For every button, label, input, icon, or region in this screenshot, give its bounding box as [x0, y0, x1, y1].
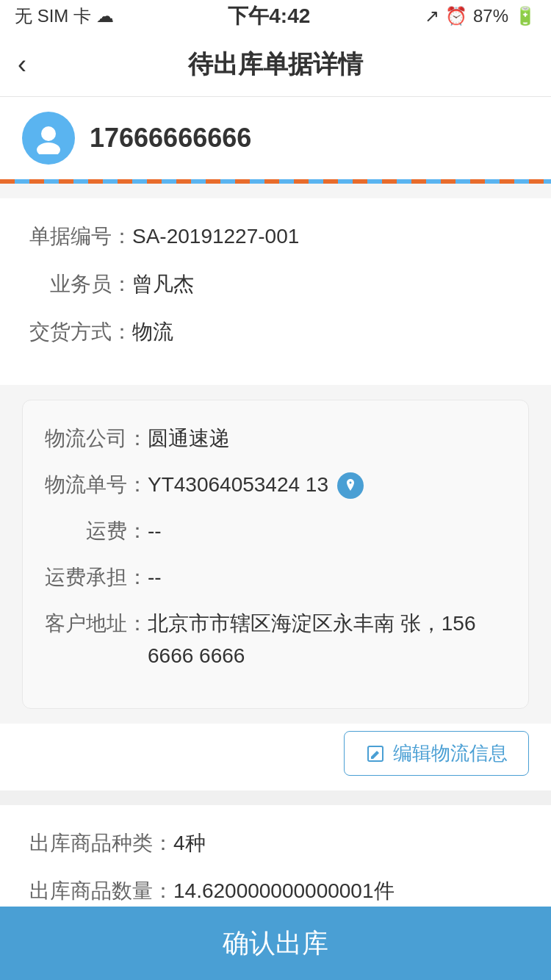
- goods-type-value: 4种: [173, 827, 522, 860]
- logistics-tracking-label: 物流单号：: [45, 469, 148, 502]
- goods-type-label: 出库商品种类：: [29, 827, 173, 860]
- confirm-button[interactable]: 确认出库: [0, 907, 551, 980]
- goods-count-value: 14.620000000000001件: [173, 875, 522, 908]
- goods-count-row: 出库商品数量： 14.620000000000001件: [29, 875, 522, 908]
- battery-level: 87%: [473, 6, 508, 26]
- back-button[interactable]: ‹: [18, 49, 26, 80]
- status-left: 无 SIM 卡 ☁: [15, 4, 114, 28]
- address-label: 客户地址：: [45, 608, 148, 641]
- order-info-section: 单据编号： SA-20191227-001 业务员： 曾凡杰 交货方式： 物流: [0, 198, 551, 385]
- svg-point-1: [37, 143, 60, 154]
- logistics-company-label: 物流公司：: [45, 422, 148, 455]
- status-bar: 无 SIM 卡 ☁ 下午4:42 ↗ ⏰ 87% 🔋: [0, 0, 551, 32]
- edit-icon: [365, 743, 386, 764]
- edit-logistics-button[interactable]: 编辑物流信息: [344, 731, 529, 776]
- status-time: 下午4:42: [228, 2, 310, 30]
- goods-type-row: 出库商品种类： 4种: [29, 827, 522, 860]
- logistics-company-value: 圆通速递: [148, 422, 506, 455]
- nav-bar: ‹ 待出库单据详情: [0, 32, 551, 97]
- alarm-icon: ⏰: [445, 6, 467, 26]
- confirm-label: 确认出库: [223, 926, 328, 962]
- order-no-row: 单据编号： SA-20191227-001: [29, 220, 522, 253]
- battery-icon: 🔋: [514, 6, 536, 26]
- edit-btn-container: 编辑物流信息: [0, 724, 551, 790]
- address-row: 客户地址： 北京市市辖区海淀区永丰南 张，156 6666 6666: [45, 608, 506, 674]
- dashed-divider: [0, 179, 551, 184]
- map-location-icon[interactable]: [337, 472, 364, 499]
- order-no-label: 单据编号：: [29, 220, 132, 253]
- svg-point-0: [41, 126, 56, 141]
- section-divider: [0, 790, 551, 805]
- freight-bearer-row: 运费承担： --: [45, 561, 506, 594]
- avatar: [22, 112, 75, 165]
- delivery-label: 交货方式：: [29, 316, 132, 349]
- user-section: 17666666666: [0, 97, 551, 179]
- location-status-icon: ↗: [425, 6, 439, 26]
- tracking-value-container: YT43064053424 13: [148, 469, 364, 502]
- sim-status: 无 SIM 卡 ☁: [15, 4, 114, 28]
- logistics-tracking-row: 物流单号： YT43064053424 13: [45, 469, 506, 502]
- edit-logistics-label: 编辑物流信息: [393, 741, 508, 766]
- status-right: ↗ ⏰ 87% 🔋: [425, 6, 536, 26]
- freight-label: 运费：: [45, 515, 148, 548]
- delivery-value: 物流: [132, 316, 522, 349]
- goods-count-label: 出库商品数量：: [29, 875, 173, 908]
- user-phone: 17666666666: [90, 123, 251, 154]
- page-title: 待出库单据详情: [188, 48, 363, 82]
- logistics-company-row: 物流公司： 圆通速递: [45, 422, 506, 455]
- logistics-card: 物流公司： 圆通速递 物流单号： YT43064053424 13 运费： --…: [22, 400, 529, 709]
- freight-value: --: [148, 515, 506, 548]
- freight-bearer-label: 运费承担：: [45, 561, 148, 594]
- salesperson-row: 业务员： 曾凡杰: [29, 268, 522, 301]
- salesperson-value: 曾凡杰: [132, 268, 522, 301]
- freight-bearer-value: --: [148, 561, 506, 594]
- order-no-value: SA-20191227-001: [132, 220, 522, 253]
- freight-row: 运费： --: [45, 515, 506, 548]
- delivery-row: 交货方式： 物流: [29, 316, 522, 349]
- salesperson-label: 业务员：: [29, 268, 132, 301]
- tracking-number: YT43064053424 13: [148, 469, 328, 502]
- address-value: 北京市市辖区海淀区永丰南 张，156 6666 6666: [148, 608, 506, 674]
